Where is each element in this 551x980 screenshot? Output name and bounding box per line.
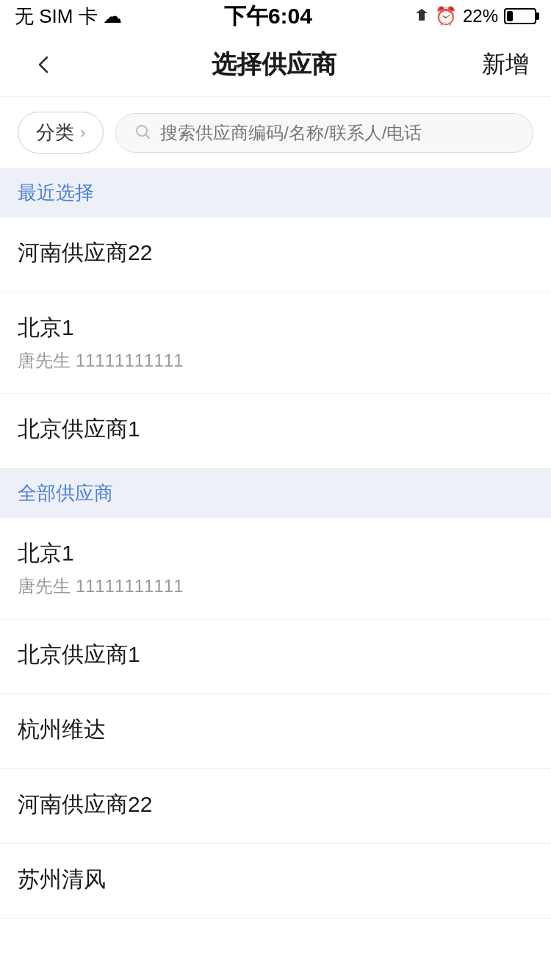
item-name: 河南供应商22 — [18, 238, 533, 268]
all-items-list: 北京1唐先生 11111111111北京供应商1杭州维达河南供应商22苏州清风 — [0, 518, 551, 919]
location-icon — [414, 6, 429, 26]
search-box[interactable] — [115, 113, 533, 153]
item-name: 杭州维达 — [18, 715, 533, 745]
status-right: ⏰ 22% — [414, 6, 536, 26]
list-item[interactable]: 杭州维达 — [0, 694, 551, 769]
list-item[interactable]: 苏州清风 — [0, 844, 551, 919]
list-item[interactable]: 北京1唐先生 11111111111 — [0, 518, 551, 619]
list-item[interactable]: 北京供应商1 — [0, 619, 551, 694]
category-label: 分类 — [36, 120, 74, 145]
status-time: 下午6:04 — [224, 1, 312, 32]
item-name: 北京1 — [18, 313, 533, 343]
search-input[interactable] — [160, 123, 515, 143]
page-title: 选择供应商 — [212, 48, 336, 82]
list-item[interactable]: 河南供应商22 — [0, 217, 551, 292]
status-bar: 无 SIM 卡 ☁ 下午6:04 ⏰ 22% — [0, 0, 551, 32]
item-sub: 唐先生 11111111111 — [18, 349, 533, 372]
category-button[interactable]: 分类 › — [18, 112, 104, 154]
item-sub: 唐先生 11111111111 — [18, 574, 533, 598]
list-item[interactable]: 河南供应商22 — [0, 769, 551, 844]
item-name: 河南供应商22 — [18, 790, 533, 820]
battery-label: 22% — [463, 6, 498, 26]
item-name: 北京供应商1 — [18, 414, 533, 444]
nav-bar: 选择供应商 新增 — [0, 32, 551, 97]
all-section-header: 全部供应商 — [0, 469, 551, 518]
back-button[interactable] — [22, 43, 66, 87]
filter-bar: 分类 › — [0, 97, 551, 168]
item-name: 北京1 — [18, 538, 533, 569]
recent-items-list: 河南供应商22北京1唐先生 11111111111北京供应商1 — [0, 217, 551, 469]
search-icon — [134, 123, 151, 143]
status-left: 无 SIM 卡 ☁ — [15, 4, 122, 29]
list-item[interactable]: 北京1唐先生 11111111111 — [0, 292, 551, 394]
item-name: 北京供应商1 — [18, 640, 533, 670]
alarm-icon: ⏰ — [435, 6, 457, 26]
item-name: 苏州清风 — [18, 865, 533, 895]
add-button[interactable]: 新增 — [482, 48, 529, 81]
no-sim-label: 无 SIM 卡 ☁ — [15, 4, 122, 29]
list-item[interactable]: 北京供应商1 — [0, 394, 551, 469]
recent-section-header: 最近选择 — [0, 168, 551, 217]
battery-indicator — [504, 8, 536, 24]
chevron-right-icon: › — [80, 123, 85, 143]
